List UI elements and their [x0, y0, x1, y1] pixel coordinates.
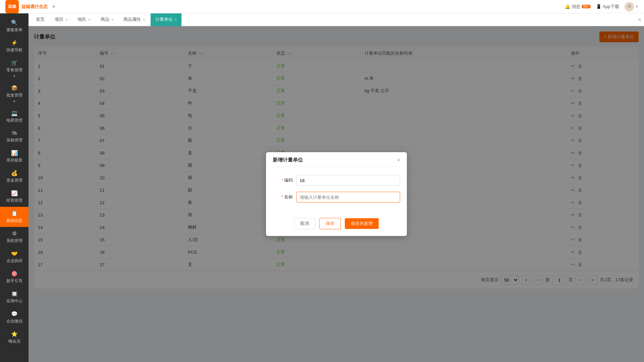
enterprise-icon: 🤝	[11, 250, 18, 257]
sidebar-label-wechat: 企业微信	[6, 318, 22, 324]
sidebar-label-finance: 资金管理	[6, 178, 22, 183]
sidebar-item-ecommerce[interactable]: 💻 电商管理	[0, 107, 29, 127]
sidebar-label-enterprise: 企业协同	[6, 258, 22, 264]
sidebar-item-guide[interactable]: 🎯 新手引导	[0, 267, 29, 287]
logo-text: 益鲲通行生态	[21, 4, 48, 10]
tab-project[interactable]: 项目 ×	[50, 13, 72, 26]
tab-goods-attr-close[interactable]: ×	[143, 17, 145, 21]
sidebar-item-purchase[interactable]: 🛍 采购管理	[0, 127, 29, 146]
wechat-icon: 💬	[11, 311, 18, 317]
tab-bar: 首页 项目 × 地区 × 商品 × 商品属性 × 计量单位 × ×	[29, 13, 644, 26]
inventory-icon: 📊	[11, 150, 18, 156]
code-required: *	[281, 178, 283, 183]
ecommerce-icon: 💻	[11, 110, 18, 116]
sidebar-label-basic-info: 基础信息	[6, 218, 22, 224]
cancel-button[interactable]: 取消	[294, 218, 315, 229]
name-required: *	[281, 194, 283, 199]
modal-close-button[interactable]: ×	[397, 157, 400, 163]
retail-icon: 🛒	[11, 60, 18, 66]
tab-goods[interactable]: 商品 ×	[96, 13, 118, 26]
tab-home[interactable]: 首页	[31, 13, 49, 26]
system-icon: ⚙	[12, 230, 17, 237]
app-download-button[interactable]: 📱 App下载	[596, 4, 619, 10]
tab-home-label: 首页	[36, 16, 45, 22]
phone-icon: 📱	[596, 4, 601, 9]
modal-overlay: 新增计量单位 × *编码 *名称	[29, 26, 644, 362]
sidebar-item-wechat[interactable]: 💬 企业微信	[0, 307, 29, 327]
top-bar-left: 益鲲 益鲲通行生态 ▼	[5, 0, 56, 13]
code-label: *编码	[273, 177, 293, 183]
message-badge: 99+	[582, 5, 591, 8]
sidebar-item-quicknav[interactable]: ⚡ 快捷导航	[0, 36, 29, 56]
sidebar-item-finance[interactable]: 💰 资金管理	[0, 167, 29, 187]
save-and-add-button[interactable]: 保存并新增	[345, 218, 379, 229]
quicknav-icon: ⚡	[11, 40, 18, 46]
tab-goods-attr[interactable]: 商品属性 ×	[119, 13, 150, 26]
main-layout: 🔍 搜索菜单 ⚡ 快捷导航 🛒 零售管理 ▼ 📦 批发管理 ▼ 💻 电商管理 🛍…	[0, 13, 644, 362]
user-avatar-button[interactable]: 用 ▼	[625, 2, 639, 11]
code-input[interactable]	[296, 175, 400, 186]
sidebar-label-inventory: 库存核算	[6, 158, 22, 163]
sidebar-item-enterprise[interactable]: 🤝 企业协同	[0, 247, 29, 267]
tab-region-close[interactable]: ×	[88, 17, 90, 21]
sidebar-item-wholesale[interactable]: 📦 批发管理 ▼	[0, 81, 29, 107]
bell-icon: 🔔	[565, 4, 570, 9]
member-icon: ⭐	[11, 331, 18, 337]
form-row-name: *名称	[273, 192, 400, 202]
message-button[interactable]: 🔔 消息 99+	[565, 4, 591, 10]
sidebar-item-inventory[interactable]: 📊 库存核算	[0, 146, 29, 167]
tab-unit-close[interactable]: ×	[175, 17, 177, 21]
modal-header: 新增计量单位 ×	[266, 152, 407, 167]
sidebar-label-retail: 零售管理	[6, 67, 22, 73]
top-bar-right: 🔔 消息 99+ 📱 App下载 用 ▼	[565, 2, 639, 11]
tab-project-label: 项目	[55, 16, 63, 22]
modal-title: 新增计量单位	[273, 157, 303, 163]
logo-area: 益鲲 益鲲通行生态	[5, 0, 48, 13]
basic-info-icon: 📋	[11, 210, 18, 217]
avatar: 用	[625, 2, 634, 11]
tab-unit[interactable]: 计量单位 ×	[151, 13, 181, 26]
finance-icon: 💰	[11, 170, 18, 176]
sidebar-item-member[interactable]: ⭐ 嗨会员	[0, 327, 29, 348]
tab-project-close[interactable]: ×	[65, 17, 67, 21]
tab-goods-attr-label: 商品属性	[123, 16, 141, 22]
tab-region-label: 地区	[77, 16, 86, 22]
main-content: 首页 项目 × 地区 × 商品 × 商品属性 × 计量单位 × ×	[29, 13, 644, 362]
sidebar-label-quicknav: 快捷导航	[6, 47, 22, 53]
sidebar-label-operations: 经营管理	[6, 198, 22, 203]
name-input[interactable]	[296, 192, 400, 202]
tab-region[interactable]: 地区 ×	[73, 13, 95, 26]
sidebar-item-operations[interactable]: 📈 经营管理	[0, 187, 29, 207]
modal-footer: 取消 保存 保存并新增	[266, 214, 407, 236]
sidebar: 🔍 搜索菜单 ⚡ 快捷导航 🛒 零售管理 ▼ 📦 批发管理 ▼ 💻 电商管理 🛍…	[0, 13, 29, 362]
guide-icon: 🎯	[11, 270, 18, 277]
sidebar-label-apps: 应用中心	[6, 298, 22, 304]
sidebar-item-basic-info[interactable]: 📋 基础信息	[0, 207, 29, 227]
modal-body: *编码 *名称	[266, 167, 407, 214]
save-button[interactable]: 保存	[319, 218, 341, 229]
sidebar-item-retail[interactable]: 🛒 零售管理 ▼	[0, 56, 29, 81]
message-label: 消息	[572, 4, 580, 10]
logo-icon: 益鲲	[5, 0, 19, 13]
form-row-code: *编码	[273, 175, 400, 186]
sidebar-label-member: 嗨会员	[8, 339, 20, 344]
apps-icon: 🔲	[11, 291, 18, 297]
sidebar-item-system[interactable]: ⚙ 系统管理	[0, 227, 29, 247]
operations-icon: 📈	[11, 190, 18, 196]
dropdown-arrow-user: ▼	[635, 5, 639, 8]
purchase-icon: 🛍	[12, 130, 17, 136]
wholesale-icon: 📦	[11, 85, 18, 91]
dropdown-arrow[interactable]: ▼	[52, 4, 56, 9]
top-bar: 益鲲 益鲲通行生态 ▼ 🔔 消息 99+ 📱 App下载 用 ▼	[0, 0, 644, 13]
tab-goods-close[interactable]: ×	[111, 17, 113, 21]
sidebar-item-search[interactable]: 🔍 搜索菜单	[0, 16, 29, 36]
app-download-label: App下载	[603, 4, 619, 10]
tab-unit-label: 计量单位	[155, 16, 173, 22]
add-unit-modal: 新增计量单位 × *编码 *名称	[266, 152, 407, 236]
sidebar-label-purchase: 采购管理	[6, 137, 22, 143]
tab-close-all[interactable]: ×	[638, 17, 641, 23]
sidebar-label-system: 系统管理	[6, 238, 22, 244]
sidebar-item-apps[interactable]: 🔲 应用中心	[0, 287, 29, 307]
sidebar-label-guide: 新手引导	[6, 278, 22, 284]
tab-goods-label: 商品	[101, 16, 109, 22]
